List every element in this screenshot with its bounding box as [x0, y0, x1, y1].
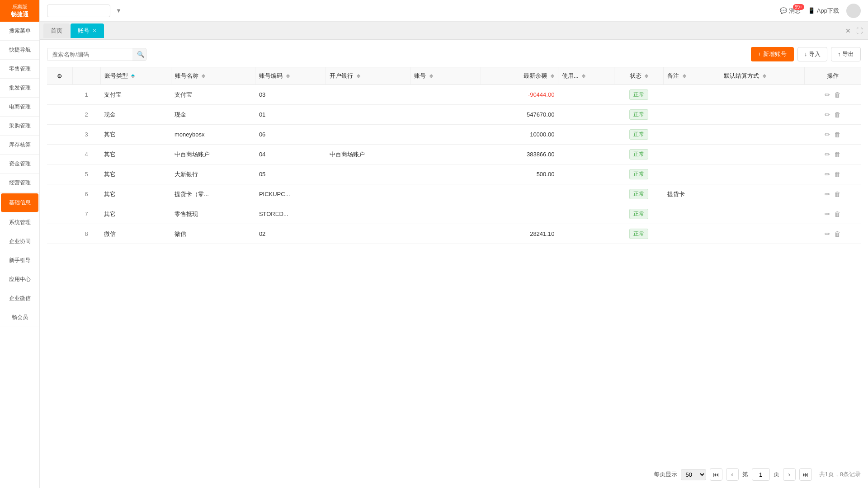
delete-button[interactable]: 🗑 — [834, 190, 841, 198]
search-button[interactable]: 🔍 — [132, 48, 146, 61]
row-index: 7 — [72, 204, 100, 224]
import-button[interactable]: ↓ 导入 — [797, 47, 827, 61]
sidebar-item-guide[interactable]: 新手引导 — [0, 251, 39, 270]
tab-account-label: 账号 — [78, 27, 90, 35]
tab-close-icon[interactable]: ✕ — [92, 28, 97, 34]
status-badge: 正常 — [629, 189, 648, 199]
sidebar-item-system[interactable]: 系统管理 — [0, 213, 39, 232]
delete-button[interactable]: 🗑 — [834, 230, 841, 238]
prev-page-button[interactable]: ‹ — [726, 468, 739, 481]
edit-button[interactable]: ✏ — [825, 150, 830, 159]
th-account[interactable]: 账号 — [410, 67, 481, 85]
sidebar-item-retail[interactable]: 零售管理 — [0, 60, 39, 79]
edit-button[interactable]: ✏ — [825, 190, 830, 198]
sidebar-item-corp-wx[interactable]: 企业微信 — [0, 289, 39, 308]
search-input[interactable] — [47, 48, 132, 61]
sidebar-item-basic[interactable]: 基础信息 — [1, 193, 38, 212]
tab-account[interactable]: 账号 ✕ — [71, 23, 104, 38]
row-account — [410, 125, 481, 145]
sidebar-item-label: 零售管理 — [2, 65, 38, 73]
edit-button[interactable]: ✏ — [825, 210, 830, 218]
topbar-dropdown-icon[interactable]: ▼ — [116, 7, 122, 14]
edit-button[interactable]: ✏ — [825, 111, 830, 119]
last-page-button[interactable]: ⏭ — [799, 468, 812, 481]
app-icon: 📱 — [808, 7, 815, 14]
page-size-select[interactable]: 50 100 200 — [681, 469, 706, 480]
sidebar-item-corp[interactable]: 企业协同 — [0, 232, 39, 251]
export-label: ↑ 导出 — [838, 50, 854, 58]
row-code: 04 — [255, 145, 326, 164]
first-page-button[interactable]: ⏮ — [710, 468, 722, 481]
table-row: 2 现金 现金 01 547670.00 正常 ✏ 🗑 — [47, 105, 861, 125]
delete-button[interactable]: 🗑 — [834, 131, 841, 138]
action-buttons: ✏ 🗑 — [808, 111, 857, 119]
sidebar-item-shortcut[interactable]: 快捷导航 — [0, 41, 39, 60]
row-remark — [664, 164, 720, 184]
delete-button[interactable]: 🗑 — [834, 91, 841, 99]
th-code[interactable]: 账号编码 — [255, 67, 326, 85]
row-default-settle — [720, 224, 805, 244]
status-badge: 正常 — [629, 149, 648, 160]
delete-button[interactable]: 🗑 — [834, 170, 841, 178]
add-account-button[interactable]: + 新增账号 — [751, 47, 794, 61]
edit-button[interactable]: ✏ — [825, 170, 830, 178]
row-settings — [47, 204, 72, 224]
delete-button[interactable]: 🗑 — [834, 111, 841, 118]
sort-usage-icon — [582, 74, 585, 78]
edit-button[interactable]: ✏ — [825, 91, 830, 99]
edit-button[interactable]: ✏ — [825, 131, 830, 139]
tab-expand-btn[interactable]: ⛶ — [854, 26, 864, 35]
row-account — [410, 164, 481, 184]
sidebar-item-search[interactable]: 搜索菜单 — [0, 22, 39, 41]
row-type: 其它 — [100, 125, 171, 145]
row-usage — [558, 125, 614, 145]
th-bank[interactable]: 开户银行 — [326, 67, 410, 85]
th-usage[interactable]: 使用... — [558, 67, 614, 85]
sidebar-item-purchase[interactable]: 采购管理 — [0, 117, 39, 136]
next-page-button[interactable]: › — [783, 468, 796, 481]
delete-button[interactable]: 🗑 — [834, 150, 841, 158]
row-name: 微信 — [171, 224, 255, 244]
content-area: 🔍 + 新增账号 ↓ 导入 ↑ 导出 ⚙ — [40, 40, 868, 488]
sidebar-item-wholesale[interactable]: 批发管理 — [0, 79, 39, 98]
th-settings[interactable]: ⚙ — [47, 67, 72, 85]
th-remark[interactable]: 备注 — [664, 67, 720, 85]
sidebar-item-member[interactable]: 畅会员 — [0, 308, 39, 327]
export-button[interactable]: ↑ 导出 — [831, 47, 861, 61]
row-account — [410, 204, 481, 224]
delete-button[interactable]: 🗑 — [834, 210, 841, 218]
sidebar-item-label: 系统管理 — [2, 219, 38, 226]
th-balance[interactable]: 最新余额 — [481, 67, 558, 85]
sidebar-item-inventory[interactable]: 库存核算 — [0, 136, 39, 155]
tab-home[interactable]: 首页 — [43, 23, 70, 38]
app-download-button[interactable]: 📱 App下载 — [808, 7, 839, 15]
status-badge: 正常 — [629, 109, 648, 120]
row-index: 5 — [72, 164, 100, 184]
user-avatar[interactable] — [846, 4, 861, 18]
topbar-left: ▼ — [47, 5, 122, 17]
page-number-input[interactable] — [752, 468, 770, 481]
sidebar-item-capital[interactable]: 资金管理 — [0, 155, 39, 174]
row-balance: -90444.00 — [481, 85, 558, 105]
row-balance: 383866.00 — [481, 145, 558, 164]
row-usage — [558, 85, 614, 105]
row-status: 正常 — [614, 105, 664, 125]
edit-button[interactable]: ✏ — [825, 230, 830, 238]
sidebar-item-app-center[interactable]: 应用中心 — [0, 270, 39, 289]
tab-close-btn[interactable]: ✕ — [844, 26, 853, 35]
sidebar-item-ecom[interactable]: 电商管理 — [0, 98, 39, 117]
th-status[interactable]: 状态 — [614, 67, 664, 85]
sidebar-item-operation[interactable]: 经营管理 — [0, 174, 39, 192]
topbar-search-input[interactable] — [47, 5, 110, 17]
message-button[interactable]: 💬 消息 99+ — [780, 7, 801, 15]
th-name[interactable]: 账号名称 — [171, 67, 255, 85]
row-status: 正常 — [614, 125, 664, 145]
row-usage — [558, 224, 614, 244]
th-default-settle[interactable]: 默认结算方式 — [720, 67, 805, 85]
th-type[interactable]: 账号类型 — [100, 67, 171, 85]
message-icon: 💬 — [780, 7, 787, 14]
sidebar-item-label: 库存核算 — [2, 141, 38, 149]
row-bank — [326, 125, 410, 145]
row-code: 01 — [255, 105, 326, 125]
row-status: 正常 — [614, 204, 664, 224]
